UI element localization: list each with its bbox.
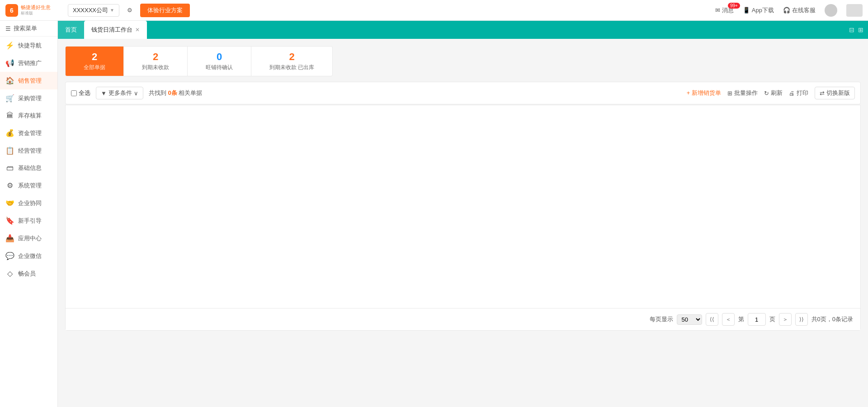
stat-label-overdue: 到期未收款 <box>142 64 169 71</box>
sidebar-item-label-enterprise: 企业协同 <box>18 199 42 207</box>
quick-nav-icon: ⚡ <box>5 41 14 50</box>
select-all-checkbox[interactable]: 全选 <box>71 89 90 97</box>
tab-bar-actions: ⊟ ⊞ <box>849 26 868 33</box>
sidebar-item-label-marketing: 营销推广 <box>18 59 42 67</box>
last-page-button[interactable]: ⟩⟩ <box>795 313 808 326</box>
pagination: 每页显示 50 20 100 ⟨⟨ ＜ 第 页 ＞ ⟩⟩ 共0页，0条记录 <box>66 308 860 330</box>
print-button[interactable]: 🖨 打印 <box>789 89 808 97</box>
page-label: 第 <box>738 315 744 323</box>
sidebar-item-guide[interactable]: 🔖 新手引导 <box>0 212 57 229</box>
next-page-button[interactable]: ＞ <box>779 313 792 326</box>
print-label: 打印 <box>797 89 808 97</box>
stat-count-overdue: 2 <box>153 51 158 63</box>
tab-home[interactable]: 首页 <box>58 21 84 39</box>
refresh-icon: ↻ <box>764 90 769 97</box>
app-version: 标准版 <box>21 10 51 16</box>
switch-version-button[interactable]: ⇄ 切换新版 <box>815 87 855 99</box>
stats-tabs: 2 全部单据 2 到期未收款 0 旺铺待确认 2 到期未收款 已出库 <box>65 46 333 76</box>
first-page-button[interactable]: ⟨⟨ <box>706 313 718 326</box>
app-name: 畅捷通好生意 <box>21 4 51 10</box>
batch-icon: ⊞ <box>727 90 732 97</box>
trial-button[interactable]: 体验行业方案 <box>140 4 190 17</box>
service-icon: 🎧 <box>783 7 790 14</box>
per-page-select[interactable]: 50 20 100 <box>677 314 702 325</box>
app-center-icon: 📥 <box>5 234 14 243</box>
sidebar-item-enterprise[interactable]: 🤝 企业协同 <box>0 194 57 212</box>
stat-tab-all[interactable]: 2 全部单据 <box>66 47 124 76</box>
table-area: 每页显示 50 20 100 ⟨⟨ ＜ 第 页 ＞ ⟩⟩ 共0页，0条记录 <box>65 105 861 331</box>
message-button[interactable]: ✉ 消息 99+ <box>715 6 734 14</box>
online-service-button[interactable]: 🎧 在线客服 <box>783 6 816 14</box>
sidebar-item-operations[interactable]: 📋 经营管理 <box>0 142 57 159</box>
company-name: XXXXXX公司 <box>73 6 108 14</box>
tab-minimize-icon[interactable]: ⊟ <box>849 26 854 33</box>
filter-button[interactable]: ▼ 更多条件 ∨ <box>96 87 143 99</box>
sidebar-item-sales[interactable]: 🏠 销售管理 <box>0 72 57 89</box>
page-suffix: 页 <box>769 315 775 323</box>
inventory-icon: 🏛 <box>5 112 14 120</box>
batch-button[interactable]: ⊞ 批量操作 <box>727 89 758 97</box>
stat-count-pending: 0 <box>217 51 222 63</box>
enterprise-icon: 🤝 <box>5 199 14 207</box>
sales-icon: 🏠 <box>5 76 14 85</box>
avatar-extra[interactable] <box>846 4 863 17</box>
filter-icon: ▼ <box>101 90 107 97</box>
wechat-icon: 💬 <box>5 252 14 260</box>
sidebar-item-label-guide: 新手引导 <box>18 217 42 225</box>
sidebar-item-quick-nav[interactable]: ⚡ 快捷导航 <box>0 37 57 54</box>
sidebar-item-finance[interactable]: 💰 资金管理 <box>0 124 57 142</box>
stat-tab-pending[interactable]: 0 旺铺待确认 <box>188 47 251 76</box>
toolbar: 全选 ▼ 更多条件 ∨ 共找到 0条 相关单据 + 新增销货单 ⊞ 批量操作 ↻… <box>65 82 861 104</box>
dropdown-arrow-icon: ▼ <box>110 8 114 13</box>
select-all-input[interactable] <box>71 90 77 96</box>
prev-page-button[interactable]: ＜ <box>722 313 735 326</box>
sidebar-item-member[interactable]: ◇ 畅会员 <box>0 265 57 282</box>
found-count: 0条 <box>168 89 177 96</box>
sidebar-item-purchase[interactable]: 🛒 采购管理 <box>0 89 57 107</box>
stat-tab-overdue[interactable]: 2 到期未收款 <box>124 47 188 76</box>
header-right: ✉ 消息 99+ 📱 App下载 🎧 在线客服 <box>715 4 863 17</box>
print-icon: 🖨 <box>789 90 795 97</box>
sidebar-item-label-quick-nav: 快捷导航 <box>18 42 42 50</box>
message-icon: ✉ <box>715 7 720 14</box>
stat-tab-shipped[interactable]: 2 到期未收款 已出库 <box>251 47 332 76</box>
select-all-label: 全选 <box>79 89 90 97</box>
logo-icon: 6 <box>5 4 18 17</box>
online-service-label: 在线客服 <box>792 6 816 14</box>
toolbar-right: + 新增销货单 ⊞ 批量操作 ↻ 刷新 🖨 打印 ⇄ 切换新版 <box>687 87 855 99</box>
switch-icon: ⇄ <box>820 90 825 97</box>
app-download-button[interactable]: 📱 App下载 <box>743 6 774 14</box>
sidebar-item-system[interactable]: ⚙ 系统管理 <box>0 177 57 194</box>
company-selector[interactable]: XXXXXX公司 ▼ <box>68 4 119 17</box>
sidebar: ☰ 搜索菜单 ⚡ 快捷导航 📢 营销推广 🏠 销售管理 🛒 采购管理 🏛 库存核… <box>0 0 58 407</box>
guide-icon: 🔖 <box>5 216 14 225</box>
sidebar-item-inventory[interactable]: 🏛 库存核算 <box>0 107 57 124</box>
tab-maximize-icon[interactable]: ⊞ <box>858 26 863 33</box>
sidebar-item-app-center[interactable]: 📥 应用中心 <box>0 229 57 247</box>
tab-workbench-label: 钱货日清工作台 <box>91 26 132 34</box>
sidebar-item-label-purchase: 采购管理 <box>18 94 42 103</box>
sidebar-item-label-finance: 资金管理 <box>18 129 42 137</box>
sidebar-item-basic-info[interactable]: 🗃 基础信息 <box>0 159 57 177</box>
search-icon: ☰ <box>5 25 11 32</box>
add-sale-button[interactable]: + 新增销货单 <box>687 89 721 97</box>
message-badge: 99+ <box>728 3 740 9</box>
basic-info-icon: 🗃 <box>5 164 14 172</box>
settings-button[interactable]: ⚙ <box>123 4 137 17</box>
app-download-label: App下载 <box>752 6 774 14</box>
page-input[interactable] <box>748 313 766 326</box>
main-content: 2 全部单据 2 到期未收款 0 旺铺待确认 2 到期未收款 已出库 全选 ▼ … <box>58 39 868 407</box>
refresh-button[interactable]: ↻ 刷新 <box>764 89 783 97</box>
top-header: 6 畅捷通好生意 标准版 XXXXXX公司 ▼ ⚙ 体验行业方案 ✉ 消息 99… <box>0 0 868 21</box>
stat-label-pending: 旺铺待确认 <box>206 64 233 71</box>
sidebar-item-wechat[interactable]: 💬 企业微信 <box>0 247 57 265</box>
stat-label-shipped: 到期未收款 已出库 <box>269 64 314 71</box>
total-label: 共0页，0条记录 <box>811 315 853 323</box>
sidebar-search[interactable]: ☰ 搜索菜单 <box>0 21 57 37</box>
member-icon: ◇ <box>5 269 14 278</box>
sidebar-item-marketing[interactable]: 📢 营销推广 <box>0 54 57 72</box>
tab-workbench[interactable]: 钱货日清工作台 ✕ <box>84 21 147 39</box>
purchase-icon: 🛒 <box>5 94 14 103</box>
tab-close-icon[interactable]: ✕ <box>135 27 140 33</box>
avatar[interactable] <box>825 4 837 17</box>
